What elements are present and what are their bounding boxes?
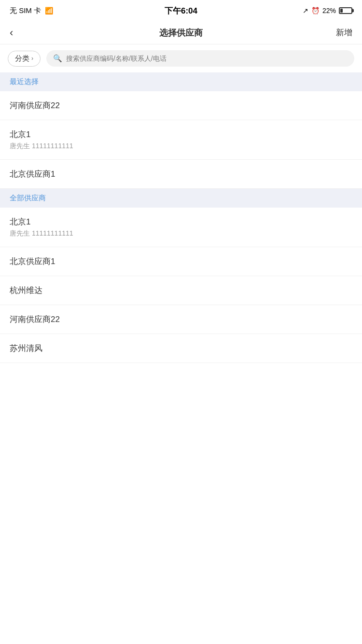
item-name: 北京1 xyxy=(10,129,352,140)
item-name: 北京供应商1 xyxy=(10,168,352,180)
all-section-label: 全部供应商 xyxy=(10,194,46,202)
all-items-list: 北京1 唐先生 11111111111 北京供应商1 杭州维达 河南供应商22 … xyxy=(0,208,362,363)
status-left: 无 SIM 卡 📶 xyxy=(10,6,53,15)
battery-percentage: 22% xyxy=(322,7,336,14)
item-name: 北京供应商1 xyxy=(10,256,352,267)
all-section-header: 全部供应商 xyxy=(0,189,362,208)
item-name: 苏州清风 xyxy=(10,343,352,354)
list-item[interactable]: 杭州维达 xyxy=(0,276,362,305)
list-item[interactable]: 河南供应商22 xyxy=(0,305,362,334)
sim-status: 无 SIM 卡 xyxy=(10,6,41,15)
item-sub: 唐先生 11111111111 xyxy=(10,229,352,238)
search-bar[interactable]: 🔍 xyxy=(46,50,354,67)
category-label: 分类 xyxy=(15,54,29,63)
recent-items-list: 河南供应商22 北京1 唐先生 11111111111 北京供应商1 xyxy=(0,91,362,189)
status-time: 下午6:04 xyxy=(165,5,197,16)
list-item[interactable]: 北京1 唐先生 11111111111 xyxy=(0,208,362,247)
search-input[interactable] xyxy=(66,55,348,62)
page-title: 选择供应商 xyxy=(159,27,203,39)
category-button[interactable]: 分类 › xyxy=(8,51,41,67)
nav-bar: ‹ 选择供应商 新增 xyxy=(0,21,362,44)
list-item[interactable]: 苏州清风 xyxy=(0,334,362,363)
add-button[interactable]: 新增 xyxy=(336,27,352,38)
list-item[interactable]: 北京供应商1 xyxy=(0,247,362,276)
status-right: ↗ ⏰ 22% xyxy=(303,7,352,14)
wifi-icon: 📶 xyxy=(45,7,53,14)
list-item[interactable]: 北京供应商1 xyxy=(0,160,362,189)
search-icon: 🔍 xyxy=(53,54,62,63)
alarm-icon: ⏰ xyxy=(311,7,320,14)
list-item[interactable]: 北京1 唐先生 11111111111 xyxy=(0,120,362,160)
item-name: 河南供应商22 xyxy=(10,100,352,111)
battery-icon xyxy=(339,7,352,14)
location-icon: ↗ xyxy=(303,7,308,14)
recent-section-label: 最近选择 xyxy=(10,77,39,85)
item-sub: 唐先生 11111111111 xyxy=(10,142,352,151)
filter-bar: 分类 › 🔍 xyxy=(0,44,362,72)
item-name: 河南供应商22 xyxy=(10,314,352,325)
list-item[interactable]: 河南供应商22 xyxy=(0,91,362,120)
recent-section-header: 最近选择 xyxy=(0,72,362,91)
content-area: 最近选择 河南供应商22 北京1 唐先生 11111111111 北京供应商1 … xyxy=(0,72,362,363)
item-name: 北京1 xyxy=(10,216,352,227)
chevron-right-icon: › xyxy=(31,55,33,62)
status-bar: 无 SIM 卡 📶 下午6:04 ↗ ⏰ 22% xyxy=(0,0,362,21)
back-button[interactable]: ‹ xyxy=(10,27,13,39)
item-name: 杭州维达 xyxy=(10,285,352,296)
